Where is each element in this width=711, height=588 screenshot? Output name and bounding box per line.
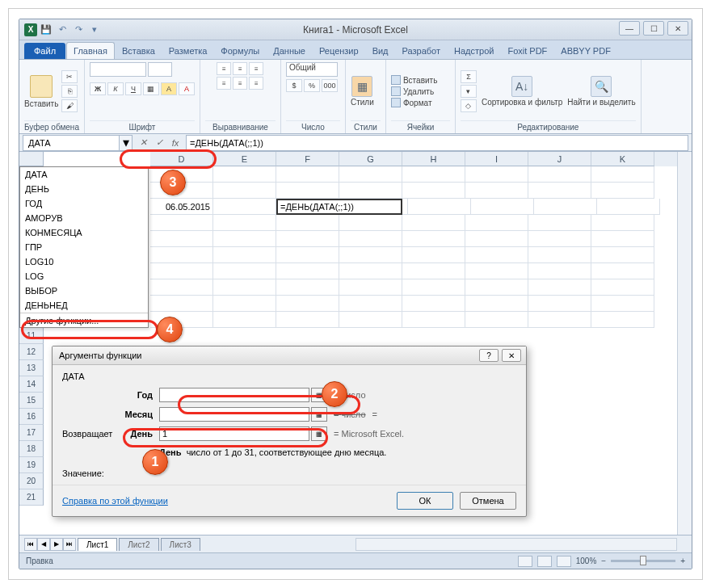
view-normal-icon[interactable] xyxy=(518,556,532,567)
save-icon[interactable]: 💾 xyxy=(39,23,53,37)
close-button[interactable]: ✕ xyxy=(667,21,688,36)
font-select[interactable] xyxy=(90,62,146,77)
row-header[interactable]: 21 xyxy=(19,489,44,506)
col-header[interactable]: D xyxy=(150,152,213,166)
qat-dropdown-icon[interactable]: ▾ xyxy=(87,23,102,37)
fn-item[interactable]: ДЕНЬ xyxy=(20,182,148,196)
col-header[interactable]: I xyxy=(465,152,528,166)
fill-color-button[interactable]: A xyxy=(161,82,177,95)
styles-button[interactable]: ▦Стили xyxy=(351,76,374,107)
percent-icon[interactable]: % xyxy=(304,79,320,92)
number-format-select[interactable]: Общий xyxy=(286,62,338,77)
tab-layout[interactable]: Разметка xyxy=(162,43,214,59)
currency-icon[interactable]: $ xyxy=(286,79,302,92)
tab-home[interactable]: Главная xyxy=(66,42,115,59)
cancel-formula-icon[interactable]: ✕ xyxy=(136,136,150,150)
fn-item-more[interactable]: Другие функции... xyxy=(20,313,148,327)
horizontal-scrollbar[interactable] xyxy=(356,538,677,551)
tab-data[interactable]: Данные xyxy=(267,43,312,59)
row-header[interactable]: 12 xyxy=(19,344,44,360)
row-header[interactable]: 16 xyxy=(19,409,44,425)
zoom-out-button[interactable]: − xyxy=(601,556,606,565)
fn-item[interactable]: ВЫБОР xyxy=(20,284,148,298)
bold-button[interactable]: Ж xyxy=(90,82,106,95)
italic-button[interactable]: К xyxy=(107,82,124,95)
fn-item[interactable]: ГПР xyxy=(20,240,148,254)
size-select[interactable] xyxy=(148,62,172,77)
sheet-tab-1[interactable]: Лист1 xyxy=(78,538,117,551)
find-select-button[interactable]: 🔍Найти и выделить xyxy=(567,76,635,107)
align-right-icon[interactable]: ≡ xyxy=(249,77,263,90)
sheet-nav-next[interactable]: ▶ xyxy=(50,538,63,551)
row-header[interactable]: 19 xyxy=(19,457,44,473)
arg-year-input[interactable] xyxy=(159,388,309,402)
tab-insert[interactable]: Вставка xyxy=(116,43,162,59)
arg-month-input[interactable] xyxy=(159,407,309,422)
fx-button[interactable]: fx xyxy=(168,136,183,150)
dialog-cancel-button[interactable]: Отмена xyxy=(460,492,516,510)
align-bot-icon[interactable]: ≡ xyxy=(249,62,263,75)
format-painter-icon[interactable]: 🖌 xyxy=(61,99,78,112)
comma-icon[interactable]: 000 xyxy=(322,79,338,92)
col-header[interactable]: K xyxy=(591,152,654,166)
fn-item[interactable]: КОНМЕСЯЦА xyxy=(20,225,148,240)
active-cell-f3[interactable]: =ДЕНЬ(ДАТА(;;1)) xyxy=(276,199,402,215)
sheet-tab-2[interactable]: Лист2 xyxy=(119,538,158,551)
dialog-close-button[interactable]: ✕ xyxy=(502,349,521,362)
sheet-nav-last[interactable]: ⏭ xyxy=(63,538,76,551)
tab-review[interactable]: Рецензир xyxy=(313,43,365,59)
col-header[interactable]: G xyxy=(339,152,402,166)
fill-button[interactable]: ▾ xyxy=(461,85,477,98)
cell-d3[interactable]: 06.05.2015 xyxy=(150,199,213,215)
col-header[interactable]: F xyxy=(276,152,339,166)
font-color-button[interactable]: A xyxy=(179,82,195,95)
row-header[interactable]: 20 xyxy=(19,473,44,489)
arg-day-picker[interactable]: ▦ xyxy=(311,426,327,441)
delete-cells-button[interactable]: Удалить xyxy=(391,86,437,96)
col-header[interactable]: E xyxy=(213,152,276,166)
row-header[interactable]: 14 xyxy=(19,376,44,393)
tab-addins[interactable]: Надстрой xyxy=(448,43,500,59)
fn-item[interactable]: ГОД xyxy=(20,196,148,211)
align-top-icon[interactable]: ≡ xyxy=(217,62,231,75)
name-box[interactable]: ДАТА xyxy=(23,135,120,151)
row-header[interactable]: 11 xyxy=(19,328,44,344)
view-break-icon[interactable] xyxy=(557,556,571,567)
zoom-slider[interactable] xyxy=(611,560,675,562)
select-all-cell[interactable] xyxy=(19,152,44,166)
undo-icon[interactable]: ↶ xyxy=(55,23,69,37)
redo-icon[interactable]: ↷ xyxy=(71,23,86,37)
sheet-nav-prev[interactable]: ◀ xyxy=(37,538,50,551)
paste-button[interactable]: Вставить xyxy=(24,75,58,108)
fn-item[interactable]: LOG xyxy=(20,269,148,284)
row-header[interactable]: 13 xyxy=(19,360,44,376)
row-header[interactable]: 15 xyxy=(19,393,44,409)
dialog-ok-button[interactable]: ОК xyxy=(397,492,453,510)
tab-foxit[interactable]: Foxit PDF xyxy=(501,43,553,59)
sheet-tab-3[interactable]: Лист3 xyxy=(161,538,200,551)
view-layout-icon[interactable] xyxy=(537,556,552,567)
tab-abbyy[interactable]: ABBYY PDF xyxy=(554,43,617,59)
dialog-help-button[interactable]: ? xyxy=(479,349,499,362)
underline-button[interactable]: Ч xyxy=(125,82,141,95)
clear-button[interactable]: ◇ xyxy=(461,99,477,112)
dialog-help-link[interactable]: Справка по этой функции xyxy=(62,496,390,506)
vertical-scrollbar[interactable] xyxy=(677,152,692,535)
arg-day-input[interactable] xyxy=(159,426,309,441)
format-cells-button[interactable]: Формат xyxy=(391,98,437,107)
align-mid-icon[interactable]: ≡ xyxy=(233,62,247,75)
align-left-icon[interactable]: ≡ xyxy=(217,77,231,90)
maximize-button[interactable]: ☐ xyxy=(643,21,664,36)
cut-icon[interactable]: ✂ xyxy=(61,70,78,83)
dialog-titlebar[interactable]: Аргументы функции ? ✕ xyxy=(53,346,526,365)
autosum-button[interactable]: Σ xyxy=(461,70,477,83)
sheet-nav-first[interactable]: ⏮ xyxy=(24,538,37,551)
fn-item[interactable]: LOG10 xyxy=(20,254,148,269)
col-header[interactable]: J xyxy=(528,152,591,166)
file-tab[interactable]: Файл xyxy=(24,43,65,59)
align-center-icon[interactable]: ≡ xyxy=(233,77,247,90)
tab-view[interactable]: Вид xyxy=(366,43,395,59)
copy-icon[interactable]: ⎘ xyxy=(61,85,78,98)
zoom-in-button[interactable]: + xyxy=(680,556,685,565)
fn-item[interactable]: АМОРУВ xyxy=(20,211,148,225)
